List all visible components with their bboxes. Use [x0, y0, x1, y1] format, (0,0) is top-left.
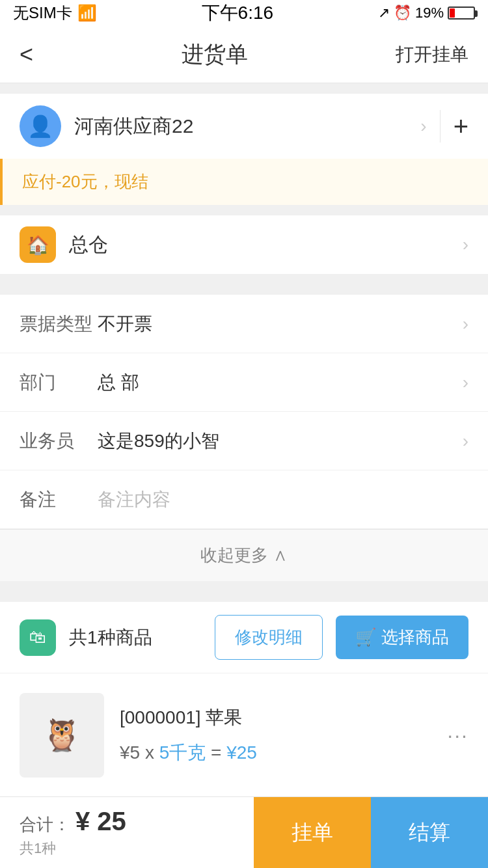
salesperson-row[interactable]: 业务员 这是859的小智 ›	[0, 412, 488, 470]
footer: 合计： ¥ 25 共1种 挂单 结算	[0, 796, 488, 868]
salesperson-label: 业务员	[20, 429, 98, 454]
product-code: [0000001]	[120, 707, 201, 727]
collapse-bar[interactable]: 收起更多 ∧	[0, 529, 488, 581]
product-icon: 🛍	[20, 619, 56, 656]
salesperson-chevron-icon: ›	[463, 431, 468, 452]
invoice-chevron-icon: ›	[463, 314, 468, 334]
supplier-section: 👤 河南供应商22 › +	[0, 94, 488, 159]
total-price: ¥25	[226, 742, 257, 763]
page-title: 进货单	[182, 40, 248, 70]
supplier-chevron-icon: ›	[420, 116, 426, 137]
supplier-row[interactable]: 👤 河南供应商22 › +	[0, 94, 488, 159]
status-time: 下午6:16	[202, 1, 274, 25]
battery-level: 19%	[415, 5, 444, 21]
warehouse-name: 总仓	[69, 232, 463, 258]
notice-text: 应付-20元，现结	[22, 172, 148, 191]
checkout-button[interactable]: 结算	[371, 797, 488, 869]
footer-total: 合计： ¥ 25 共1种	[0, 807, 254, 858]
battery-icon	[448, 7, 475, 20]
product-price: ¥5 x 5千克 = ¥25	[120, 740, 431, 765]
open-pending-button[interactable]: 打开挂单	[396, 42, 468, 67]
department-chevron-icon: ›	[463, 372, 468, 393]
unit-price: ¥5	[120, 742, 140, 763]
nav-bar: < 进货单 打开挂单	[0, 26, 488, 83]
form-section: 票据类型 不开票 › 部门 总 部 › 业务员 这是859的小智 › 备注 备注…	[0, 295, 488, 581]
total-label: 合计：	[20, 813, 70, 836]
location-icon: ↗	[378, 5, 390, 21]
product-header: 🛍 共1种商品 修改明细 🛒 选择商品	[0, 602, 488, 673]
modify-detail-button[interactable]: 修改明细	[215, 615, 323, 660]
product-count: 共1种商品	[69, 625, 202, 650]
notice-bar: 应付-20元，现结	[0, 159, 488, 205]
select-product-button[interactable]: 🛒 选择商品	[336, 616, 468, 659]
status-right: ↗ ⏰ 19%	[378, 5, 475, 21]
supplier-avatar: 👤	[20, 105, 61, 147]
product-more-button[interactable]: ···	[447, 724, 468, 748]
warehouse-icon: 🏠	[20, 226, 56, 263]
back-button[interactable]: <	[20, 41, 33, 68]
product-thumbnail: 🦉	[20, 693, 104, 778]
house-icon: 🏠	[27, 234, 49, 256]
collapse-label: 收起更多 ∧	[200, 544, 287, 567]
content: 👤 河南供应商22 › + 应付-20元，现结 🏠 总仓 › 票据类型 不开票 …	[0, 83, 488, 868]
status-bar: 无SIM卡 📶 下午6:16 ↗ ⏰ 19%	[0, 0, 488, 26]
carrier-label: 无SIM卡	[13, 3, 72, 23]
remark-input[interactable]: 备注内容	[98, 487, 468, 512]
total-amount: ¥ 25	[75, 807, 126, 836]
invoice-label: 票据类型	[20, 312, 98, 336]
product-info: [0000001] 苹果 ¥5 x 5千克 = ¥25	[120, 705, 431, 765]
add-supplier-button[interactable]: +	[454, 112, 468, 141]
pending-button[interactable]: 挂单	[254, 797, 371, 869]
alarm-icon: ⏰	[394, 5, 411, 21]
avatar-icon: 👤	[27, 114, 53, 139]
remark-row[interactable]: 备注 备注内容	[0, 470, 488, 529]
quantity: 5千克	[159, 742, 206, 763]
warehouse-row[interactable]: 🏠 总仓 ›	[0, 215, 488, 274]
invoice-row[interactable]: 票据类型 不开票 ›	[0, 295, 488, 353]
department-label: 部门	[20, 370, 98, 395]
select-cart-icon: 🛒	[355, 627, 376, 647]
supplier-divider	[440, 110, 441, 142]
supplier-name: 河南供应商22	[74, 113, 420, 140]
department-row[interactable]: 部门 总 部 ›	[0, 353, 488, 412]
owl-icon: 🦉	[42, 717, 81, 753]
department-value: 总 部	[98, 370, 463, 395]
salesperson-value: 这是859的小智	[98, 429, 463, 454]
product-name: [0000001] 苹果	[120, 705, 431, 730]
remark-label: 备注	[20, 487, 98, 512]
cart-icon: 🛍	[29, 627, 46, 647]
wifi-icon: 📶	[77, 4, 97, 22]
invoice-value: 不开票	[98, 312, 463, 336]
product-item: 🦉 [0000001] 苹果 ¥5 x 5千克 = ¥25 ···	[0, 673, 488, 797]
total-sub: 共1种	[20, 839, 234, 858]
warehouse-chevron-icon: ›	[463, 234, 468, 255]
warehouse-section: 🏠 总仓 ›	[0, 215, 488, 274]
product-title: 苹果	[206, 707, 242, 727]
status-left: 无SIM卡 📶	[13, 3, 97, 23]
